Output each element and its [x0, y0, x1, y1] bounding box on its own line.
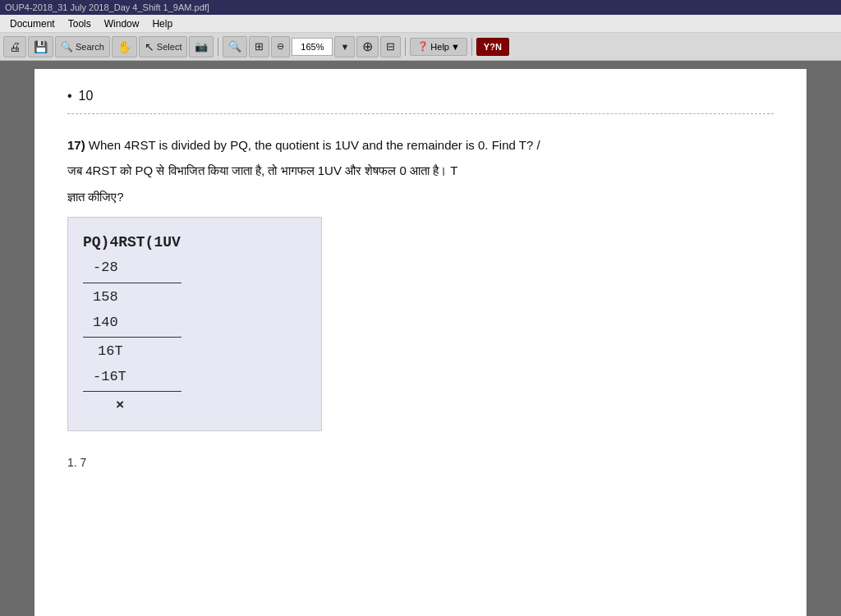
zoom-search-icon	[228, 40, 241, 53]
circle-button[interactable]	[356, 36, 379, 57]
solution-line-3: 158	[83, 285, 306, 310]
footer-text: 1. 7	[67, 456, 86, 469]
solution-line-5: 16T	[83, 339, 306, 365]
toolbar: Search Select ⊞ ⊖ 165% ▼ ⊟ ❓ Help ▼ Y?N	[0, 33, 841, 61]
page-layout-button[interactable]: ⊟	[380, 36, 401, 57]
menu-document[interactable]: Document	[3, 16, 62, 31]
dropdown-arrow-icon: ▼	[340, 42, 349, 52]
question-text-hindi-1: जब 4RST को PQ से विभाजित किया जाता है, त…	[67, 160, 774, 182]
separator-2	[405, 38, 406, 56]
zoom-minus-button[interactable]: ⊖	[271, 36, 290, 57]
select-button[interactable]: Select	[139, 36, 188, 57]
solution-divider-2	[83, 337, 182, 338]
menu-help[interactable]: Help	[145, 16, 179, 31]
hand-icon	[117, 40, 131, 53]
help-dropdown-icon: ▼	[451, 42, 460, 52]
solution-box: PQ)4RST(1UV -28 158 140 16T -16T ×	[67, 217, 322, 431]
search-icon	[61, 41, 73, 53]
help-button[interactable]: ❓ Help ▼	[410, 38, 467, 56]
yn-label: Y?N	[484, 42, 502, 52]
title-text: OUP4-2018_31 July 2018_Day 4_Shift 1_9AM…	[5, 2, 209, 12]
fit-button[interactable]: ⊞	[249, 36, 269, 57]
print-button[interactable]	[3, 36, 26, 57]
main-content: • 10 17) When 4RST is divided by PQ, the…	[0, 61, 841, 616]
yn-button[interactable]: Y?N	[476, 38, 509, 56]
bullet-value: 10	[79, 89, 94, 103]
separator-3	[471, 38, 472, 56]
camera-button[interactable]	[189, 36, 214, 57]
zoom-value: 165%	[301, 42, 324, 52]
pdf-page: • 10 17) When 4RST is divided by PQ, the…	[34, 69, 807, 616]
solution-line-7: ×	[83, 393, 306, 419]
question-block: 17) When 4RST is divided by PQ, the quot…	[67, 127, 774, 439]
solution-divider-3	[83, 391, 182, 392]
help-circle-icon: ❓	[417, 41, 429, 52]
solution-line-6: -16T	[83, 365, 306, 390]
minus-icon: ⊖	[277, 41, 284, 52]
bullet-dot: •	[67, 89, 72, 103]
question-text-english: 17) When 4RST is divided by PQ, the quot…	[67, 136, 774, 155]
menu-tools[interactable]: Tools	[62, 16, 98, 31]
zoom-dropdown-button[interactable]: ▼	[334, 36, 355, 57]
title-bar: OUP4-2018_31 July 2018_Day 4_Shift 1_9AM…	[0, 0, 841, 15]
question-text-hindi-2: ज्ञात कीजिए?	[67, 186, 774, 208]
bullet-item: • 10	[67, 85, 774, 107]
solution-line-4: 140	[83, 310, 306, 336]
menu-bar: Document Tools Window Help	[0, 15, 841, 33]
help-label: Help	[430, 42, 449, 52]
zoom-level-display: 165%	[292, 38, 333, 56]
solution-line-1: PQ)4RST(1UV	[83, 229, 306, 255]
zoom-out-button[interactable]	[223, 36, 247, 57]
fit-icon: ⊞	[255, 40, 264, 53]
page-footer: 1. 7	[67, 456, 774, 469]
save-button[interactable]	[28, 36, 53, 57]
solution-line-2: -28	[83, 255, 306, 281]
circle-icon	[362, 39, 373, 54]
menu-window[interactable]: Window	[98, 16, 146, 31]
separator-1	[218, 38, 218, 56]
dashed-separator	[67, 113, 774, 114]
question-number: 17)	[67, 138, 85, 152]
search-label: Search	[76, 42, 104, 52]
search-button[interactable]: Search	[55, 36, 110, 57]
camera-icon	[195, 40, 208, 53]
print-icon	[9, 40, 21, 53]
select-icon	[145, 40, 154, 53]
layout-icon: ⊟	[386, 40, 395, 53]
save-icon	[34, 40, 48, 53]
solution-divider-1	[83, 283, 182, 283]
question-english-content: When 4RST is divided by PQ, the quotient…	[89, 138, 540, 152]
select-label: Select	[157, 42, 182, 52]
hand-tool-button[interactable]	[112, 36, 137, 57]
